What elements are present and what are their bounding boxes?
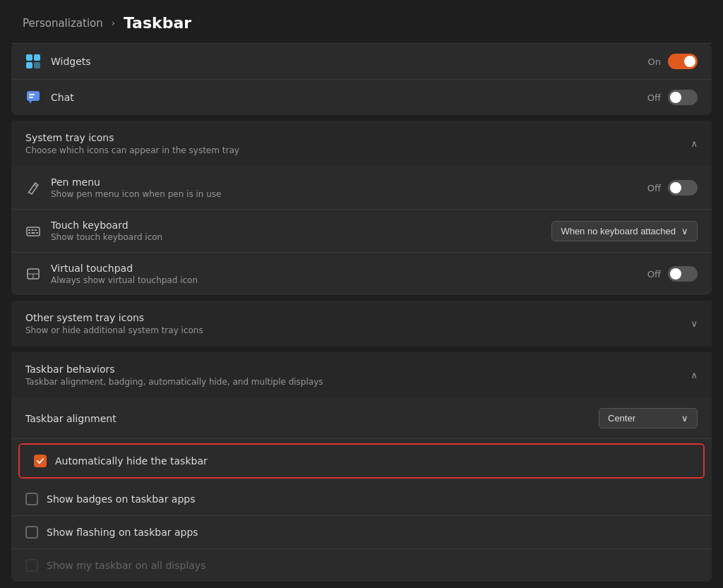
taskbar-behaviors-section: Taskbar behaviors Taskbar alignment, bad… [11, 352, 712, 582]
virtual-touchpad-toggle-track [668, 266, 698, 282]
system-tray-header[interactable]: System tray icons Choose which icons can… [11, 121, 712, 167]
show-flashing-checkbox[interactable] [25, 526, 38, 539]
svg-rect-9 [27, 227, 40, 236]
pen-menu-icon [25, 180, 41, 196]
svg-rect-15 [36, 232, 38, 234]
pen-menu-left: Pen menu Show pen menu icon when pen is … [25, 176, 221, 199]
touch-keyboard-icon [25, 223, 41, 239]
page-title: Taskbar [124, 14, 191, 32]
virtual-touchpad-right: Off [647, 266, 698, 282]
main-content: Widgets On [0, 43, 723, 582]
virtual-touchpad-row: Virtual touchpad Always show virtual tou… [11, 253, 712, 295]
svg-rect-14 [32, 232, 35, 234]
pen-menu-sublabel: Show pen menu icon when pen is in use [51, 189, 221, 199]
pen-menu-toggle[interactable] [668, 180, 698, 196]
system-tray-title: System tray icons [25, 132, 239, 143]
taskbar-alignment-chevron: ∨ [681, 413, 688, 424]
taskbar-behaviors-header-text: Taskbar behaviors Taskbar alignment, bad… [25, 364, 323, 387]
other-system-tray-title: Other system tray icons [25, 312, 203, 323]
auto-hide-highlighted-container: Automatically hide the taskbar [18, 443, 705, 479]
all-displays-row: Show my taskbar on all displays [11, 549, 712, 582]
touch-keyboard-dropdown-chevron: ∨ [681, 226, 688, 236]
chat-status: Off [647, 92, 661, 103]
other-system-tray-subtitle: Show or hide additional system tray icon… [25, 325, 203, 335]
taskbar-behaviors-checkboxes: Automatically hide the taskbar Show badg… [11, 443, 712, 582]
widgets-right: On [648, 54, 698, 69]
virtual-touchpad-icon [25, 266, 41, 282]
virtual-touchpad-sublabel: Always show virtual touchpad icon [51, 275, 198, 285]
virtual-touchpad-status: Off [647, 269, 661, 280]
taskbar-alignment-value: Center [608, 413, 635, 424]
chat-text: Chat [51, 92, 74, 103]
show-flashing-label: Show flashing on taskbar apps [47, 527, 198, 538]
widgets-icon [25, 54, 41, 69]
virtual-touchpad-left: Virtual touchpad Always show virtual tou… [25, 263, 198, 285]
widgets-toggle-track [668, 54, 698, 69]
widgets-toggle-thumb [684, 56, 695, 67]
other-system-tray-header[interactable]: Other system tray icons Show or hide add… [11, 301, 712, 347]
pen-menu-label: Pen menu [51, 176, 221, 188]
virtual-touchpad-label: Virtual touchpad [51, 263, 198, 274]
svg-rect-13 [28, 232, 30, 234]
touch-keyboard-dropdown-value: When no keyboard attached [561, 226, 676, 236]
taskbar-behaviors-chevron: ∧ [691, 370, 698, 380]
auto-hide-label: Automatically hide the taskbar [55, 455, 208, 467]
pen-menu-toggle-thumb [670, 182, 681, 193]
pen-menu-text: Pen menu Show pen menu icon when pen is … [51, 176, 221, 199]
page-header: Personalization › Taskbar [0, 0, 723, 43]
show-badges-checkbox[interactable] [25, 493, 38, 505]
all-displays-checkbox [25, 559, 38, 572]
pen-menu-toggle-track [668, 180, 698, 196]
touch-keyboard-right: When no keyboard attached ∨ [551, 221, 698, 241]
virtual-touchpad-text: Virtual touchpad Always show virtual tou… [51, 263, 198, 285]
all-displays-label: Show my taskbar on all displays [47, 560, 205, 571]
system-tray-subtitle: Choose which icons can appear in the sys… [25, 145, 239, 155]
chat-toggle-track [668, 90, 698, 105]
svg-rect-2 [26, 62, 32, 68]
taskbar-alignment-dropdown[interactable]: Center ∨ [599, 408, 698, 428]
svg-rect-6 [29, 94, 35, 95]
pen-menu-row: Pen menu Show pen menu icon when pen is … [11, 167, 712, 210]
system-tray-section: System tray icons Choose which icons can… [11, 121, 712, 295]
widgets-toggle[interactable] [668, 54, 698, 69]
widgets-left: Widgets [25, 54, 91, 69]
taskbar-alignment-row: Taskbar alignment Center ∨ [11, 398, 712, 439]
svg-rect-3 [34, 62, 40, 68]
widgets-row: Widgets On [11, 43, 712, 79]
svg-rect-10 [28, 229, 30, 231]
svg-rect-7 [29, 97, 33, 98]
auto-hide-row[interactable]: Automatically hide the taskbar [20, 445, 703, 477]
svg-rect-1 [34, 54, 40, 61]
widgets-status: On [648, 56, 661, 67]
show-badges-row[interactable]: Show badges on taskbar apps [11, 483, 712, 516]
taskbar-alignment-label: Taskbar alignment [25, 413, 116, 424]
system-tray-header-text: System tray icons Choose which icons can… [25, 132, 239, 155]
breadcrumb-parent[interactable]: Personalization [23, 17, 103, 30]
virtual-touchpad-toggle[interactable] [668, 266, 698, 282]
svg-marker-5 [29, 101, 32, 104]
show-flashing-row[interactable]: Show flashing on taskbar apps [11, 516, 712, 549]
taskbar-behaviors-header[interactable]: Taskbar behaviors Taskbar alignment, bad… [11, 352, 712, 398]
touch-keyboard-dropdown[interactable]: When no keyboard attached ∨ [551, 221, 698, 241]
taskbar-items-card: Widgets On [11, 43, 712, 115]
pen-menu-right: Off [647, 180, 698, 196]
show-badges-label: Show badges on taskbar apps [47, 493, 196, 505]
chat-right: Off [647, 90, 698, 105]
other-system-tray-section: Other system tray icons Show or hide add… [11, 301, 712, 347]
touch-keyboard-left: Touch keyboard Show touch keyboard icon [25, 220, 162, 242]
chat-toggle-thumb [670, 92, 681, 103]
chat-left: Chat [25, 90, 74, 105]
widgets-text: Widgets [51, 56, 91, 67]
touch-keyboard-text: Touch keyboard Show touch keyboard icon [51, 220, 162, 242]
auto-hide-checkbox[interactable] [34, 455, 47, 467]
breadcrumb-chevron: › [112, 18, 115, 28]
touch-keyboard-row: Touch keyboard Show touch keyboard icon … [11, 210, 712, 253]
chat-toggle[interactable] [668, 90, 698, 105]
touch-keyboard-label: Touch keyboard [51, 220, 162, 231]
widgets-label: Widgets [51, 56, 91, 67]
other-system-tray-header-text: Other system tray icons Show or hide add… [25, 312, 203, 335]
svg-rect-0 [26, 54, 32, 61]
pen-menu-status: Off [647, 183, 661, 193]
touch-keyboard-sublabel: Show touch keyboard icon [51, 232, 162, 242]
svg-rect-12 [35, 229, 37, 231]
